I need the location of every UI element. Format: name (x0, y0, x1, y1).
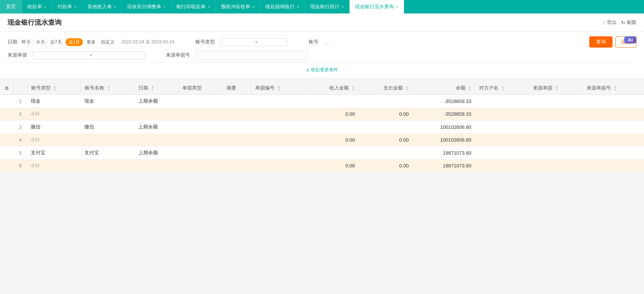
table-row: 4小计0.000.00100102606.60 (0, 134, 644, 146)
nav-tab-other-income[interactable]: 其他收入单 × (82, 0, 122, 13)
close-icon[interactable]: × (164, 5, 166, 9)
row-account-name (81, 108, 134, 121)
table-body: 1现金现金上期余额-3528659.332小计0.000.00-3528659.… (0, 95, 644, 172)
row-gear (0, 134, 14, 146)
page-title: 现金银行流水查询 (8, 18, 62, 27)
row-doc-type (178, 134, 222, 146)
close-icon[interactable]: × (342, 5, 344, 9)
row-balance: 100102606.60 (413, 121, 475, 134)
row-gear (0, 108, 14, 121)
row-account-type: 微信 (27, 121, 81, 134)
row-counterparty (475, 95, 529, 108)
yesterday-btn[interactable]: 昨天 (20, 38, 32, 46)
row-doc-no (251, 108, 305, 121)
nav-tab-shoukuan[interactable]: 收款单 × (22, 0, 52, 13)
row-index: 4 (14, 134, 27, 146)
row-account-name: 现金 (81, 95, 134, 108)
th-doc-type[interactable]: 单据类型 (178, 82, 222, 95)
row-index: 6 (14, 160, 27, 172)
sort-arrows-icon: ▲▼ (468, 85, 471, 91)
row-doc-no (251, 160, 305, 172)
row-doc-type (178, 146, 222, 160)
row-date: 上期余额 (135, 146, 179, 160)
close-icon[interactable]: × (44, 5, 47, 9)
close-icon[interactable]: × (396, 5, 398, 9)
th-gear[interactable]: ⚙ (0, 82, 14, 95)
sort-arrows-icon: ▲▼ (107, 85, 110, 91)
nav-tab-collection-exec[interactable]: 收款核销执行 × (260, 0, 305, 13)
nav-tab-bank-stats[interactable]: 现金银行统计 × (305, 0, 350, 13)
nav-tab-bank-deposit[interactable]: 银行存取款单 × (171, 0, 216, 13)
sort-arrows-icon: ▲▼ (53, 85, 56, 91)
top-nav: 首页 收款单 × 付款单 × 其他收入单 × 应收应付调整单 × 银行存取款单 … (0, 0, 644, 13)
close-icon[interactable]: × (297, 5, 299, 9)
row-summary (222, 160, 251, 172)
row-balance: -3528659.33 (413, 95, 475, 108)
sort-arrows-icon: ▲▼ (278, 85, 281, 91)
table-row: 1现金现金上期余额-3528659.33 (0, 95, 644, 108)
source-doc-filter-block: 来源单据 ▾ (8, 51, 145, 59)
th-expense[interactable]: 支出金额 ▲▼ (359, 82, 412, 95)
row-income: 0.00 (305, 134, 359, 146)
query-button[interactable]: 查询 (589, 36, 612, 48)
th-summary[interactable]: 摘要 (222, 82, 251, 95)
sort-arrows-icon: ▲▼ (405, 85, 408, 91)
th-balance[interactable]: 余额 ▲▼ (413, 82, 475, 95)
row-date (135, 134, 179, 146)
refresh-icon: ↻ (621, 20, 625, 25)
nav-tab-cash-flow[interactable]: 现金银行流水查询 × (350, 0, 404, 13)
collapse-button[interactable]: ∧ 收起更多条件 (8, 65, 636, 75)
th-source-doc[interactable]: 来源单据 ▲▼ (529, 82, 582, 95)
more-date-btn[interactable]: 更多 (85, 38, 97, 46)
nav-tab-prepay[interactable]: 预收冲应收单 × (216, 0, 260, 13)
row-summary (222, 95, 251, 108)
nav-home[interactable]: 首页 (0, 0, 22, 13)
nav-tab-adjustment[interactable]: 应收应付调整单 × (122, 0, 171, 13)
row-account-type: 现金 (27, 95, 81, 108)
row-expense (359, 95, 412, 108)
row-source-doc-no (582, 134, 644, 146)
table-row: 6小计0.000.0019871073.60 (0, 160, 644, 172)
ai-badge[interactable]: Ai (624, 36, 636, 43)
close-icon[interactable]: × (74, 5, 77, 9)
export-button[interactable]: ↑ 导出 (603, 19, 617, 26)
row-source-doc (529, 95, 582, 108)
th-date[interactable]: 日期 ▲▼ (135, 82, 179, 95)
row-expense (359, 146, 412, 160)
th-account-name[interactable]: 账号名称 ▲▼ (81, 82, 134, 95)
row-counterparty (475, 121, 529, 134)
last7days-btn[interactable]: 近7天 (49, 38, 63, 46)
row-doc-no (251, 134, 305, 146)
dropdown-arrow-icon-2: ▾ (90, 53, 141, 57)
row-counterparty (475, 108, 529, 121)
row-expense (359, 121, 412, 134)
close-icon[interactable]: × (208, 5, 210, 9)
close-icon[interactable]: × (114, 5, 116, 9)
source-doc-no-input[interactable] (199, 52, 305, 58)
row-date (135, 108, 179, 121)
th-counterparty[interactable]: 对方户名 ▲▼ (475, 82, 529, 95)
th-doc-no[interactable]: 单据编号 ▲▼ (251, 82, 305, 95)
row-index: 2 (14, 108, 27, 121)
today-btn[interactable]: 今天 (35, 38, 47, 46)
sort-arrows-icon: ▲▼ (614, 85, 617, 91)
sort-arrows-icon: ▲▼ (352, 85, 355, 91)
custom-date-btn[interactable]: 自定义 (99, 38, 116, 46)
account-type-select[interactable]: ▾ (220, 38, 288, 46)
refresh-button[interactable]: ↻ 刷新 (621, 19, 636, 26)
row-account-type: 小计 (27, 108, 81, 121)
row-source-doc-no (582, 121, 644, 134)
nav-tab-fukuan[interactable]: 付款单 × (52, 0, 82, 13)
th-account-type[interactable]: 账号类型 ▲▼ (27, 82, 81, 95)
source-doc-select[interactable]: ▾ (32, 51, 145, 59)
row-source-doc-no (582, 146, 644, 160)
th-income[interactable]: 收入金额 ▲▼ (305, 82, 359, 95)
row-doc-no (251, 95, 305, 108)
th-index (14, 82, 27, 95)
last1month-btn[interactable]: 近1月 (66, 38, 83, 46)
row-summary (222, 146, 251, 160)
close-icon[interactable]: × (252, 5, 255, 9)
th-source-doc-no[interactable]: 来源单据号 ▲▼ (582, 82, 644, 95)
account-more-btn[interactable]: ... (324, 39, 332, 45)
row-counterparty (475, 134, 529, 146)
